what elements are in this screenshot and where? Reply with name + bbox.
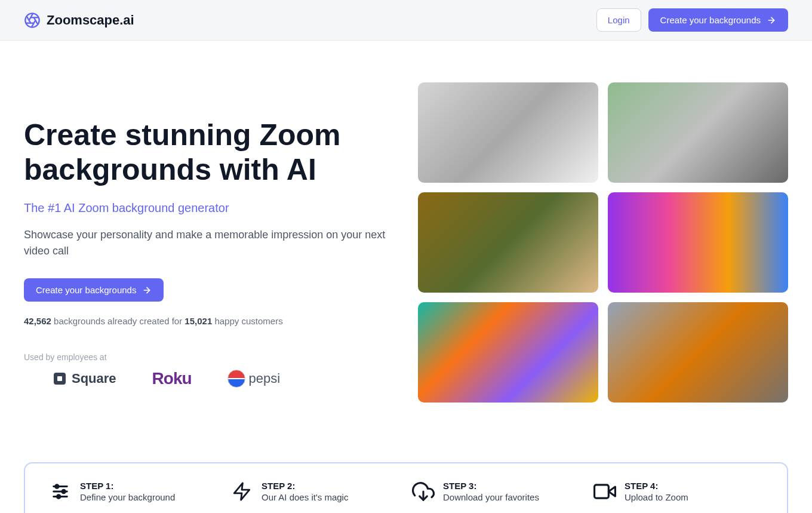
hero-description: Showcase your personality and make a mem… <box>24 227 394 259</box>
step-label: STEP 2: <box>262 481 348 491</box>
hero-section: Create stunning Zoom backgrounds with AI… <box>24 82 788 403</box>
pepsi-logo: pepsi <box>227 370 281 388</box>
step-desc: Upload to Zoom <box>625 492 688 502</box>
site-header: Zoomscape.ai Login Create your backgroun… <box>0 0 812 41</box>
square-logo: Square <box>53 371 116 386</box>
roku-logo: Roku <box>152 369 192 388</box>
button-label: Create your backgrounds <box>660 15 761 25</box>
stats-backgrounds-count: 42,562 <box>24 316 51 326</box>
step-desc: Define your background <box>80 492 175 502</box>
step-3: STEP 3: Download your favorites <box>412 480 582 503</box>
svg-marker-17 <box>234 483 250 500</box>
step-content: STEP 1: Define your background <box>80 481 175 502</box>
create-backgrounds-header-button[interactable]: Create your backgrounds <box>648 8 788 32</box>
stats-text-2: happy customers <box>212 316 282 326</box>
brand[interactable]: Zoomscape.ai <box>24 12 134 29</box>
button-label: Create your backgrounds <box>36 285 136 295</box>
arrow-right-icon <box>767 16 776 25</box>
video-camera-icon <box>593 480 616 503</box>
download-cloud-icon <box>412 480 435 503</box>
example-image-2 <box>608 82 788 183</box>
stats-line: 42,562 backgrounds already created for 1… <box>24 316 394 326</box>
lightning-icon <box>230 480 253 503</box>
hero-cta-container: Create your backgrounds <box>24 278 394 302</box>
step-2: STEP 2: Our AI does it's magic <box>230 480 400 503</box>
aperture-icon <box>24 12 41 29</box>
hero-copy: Create stunning Zoom backgrounds with AI… <box>24 82 394 388</box>
svg-rect-20 <box>595 485 609 498</box>
example-image-3 <box>418 192 598 293</box>
svg-marker-19 <box>608 487 615 496</box>
company-logos: Square Roku pepsi <box>24 369 394 388</box>
example-image-1 <box>418 82 598 183</box>
main-content: Create stunning Zoom backgrounds with AI… <box>0 41 812 513</box>
step-label: STEP 3: <box>443 481 539 491</box>
login-button[interactable]: Login <box>596 8 641 32</box>
step-label: STEP 4: <box>625 481 688 491</box>
svg-point-14 <box>62 490 66 493</box>
arrow-right-icon <box>142 285 152 295</box>
steps-section: STEP 1: Define your background STEP 2: O… <box>24 462 788 513</box>
svg-point-16 <box>57 495 60 499</box>
stats-text-1: backgrounds already created for <box>51 316 184 326</box>
background-examples-grid <box>418 82 788 403</box>
hero-title: Create stunning Zoom backgrounds with AI <box>24 118 394 187</box>
step-label: STEP 1: <box>80 481 175 491</box>
square-icon <box>53 371 67 386</box>
header-actions: Login Create your backgrounds <box>596 8 788 32</box>
step-content: STEP 4: Upload to Zoom <box>625 481 688 502</box>
create-backgrounds-hero-button[interactable]: Create your backgrounds <box>24 278 164 302</box>
example-image-6 <box>608 302 788 403</box>
step-desc: Our AI does it's magic <box>262 492 348 502</box>
svg-rect-10 <box>57 376 62 381</box>
stats-customers-count: 15,021 <box>184 316 212 326</box>
example-image-4 <box>608 192 788 293</box>
square-label: Square <box>72 371 116 386</box>
hero-subtitle: The #1 AI Zoom background generator <box>24 201 394 215</box>
sliders-icon <box>49 480 72 503</box>
step-4: STEP 4: Upload to Zoom <box>593 480 763 503</box>
step-desc: Download your favorites <box>443 492 539 502</box>
example-image-5 <box>418 302 598 403</box>
svg-point-12 <box>56 485 59 489</box>
pepsi-label: pepsi <box>249 371 281 386</box>
step-content: STEP 2: Our AI does it's magic <box>262 481 348 502</box>
used-by-label: Used by employees at <box>24 352 394 362</box>
pepsi-icon <box>227 370 245 388</box>
step-content: STEP 3: Download your favorites <box>443 481 539 502</box>
step-1: STEP 1: Define your background <box>49 480 219 503</box>
brand-name: Zoomscape.ai <box>47 13 134 28</box>
